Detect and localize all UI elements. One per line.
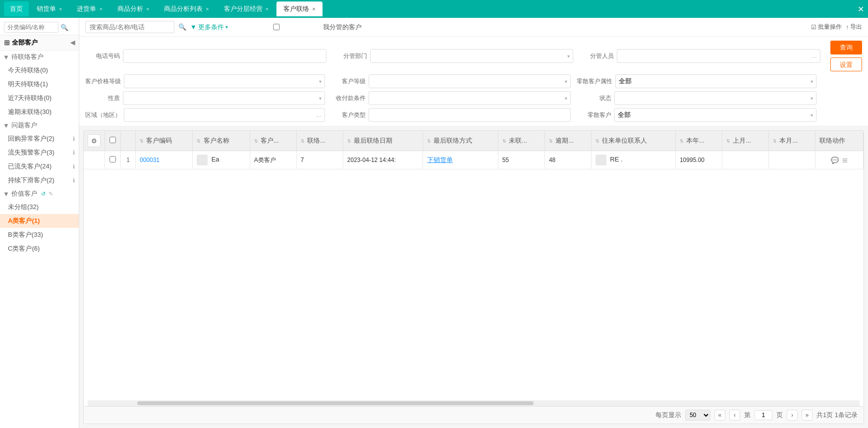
group-problem-customers[interactable]: ▼ 问题客户 [0, 119, 79, 132]
sidebar-item-unclassified[interactable]: 未分组(32) [0, 200, 79, 214]
region-select[interactable]: … [124, 108, 325, 122]
more-conditions-button[interactable]: ▼ 更多条件 ▾ [190, 23, 228, 32]
export-button[interactable]: ↑ 导出 [846, 23, 862, 31]
prev-page-button[interactable]: ‹ [729, 410, 740, 421]
set-button[interactable]: 设置 [830, 57, 862, 71]
edit-icon[interactable]: ✎ [49, 191, 53, 197]
col-last-date[interactable]: ⇅ 最后联络日期 [343, 131, 423, 151]
customer-level-select[interactable]: ▾ [369, 74, 571, 88]
col-contact-person[interactable]: ⇅ 往来单位联系人 [591, 131, 675, 151]
col-this-month[interactable]: ⇅ 本月... [769, 131, 815, 151]
sidebar-item-abnormal[interactable]: 回购异常客户(2) ℹ [0, 132, 79, 146]
col-contact-count[interactable]: ⇅ 联络... [296, 131, 343, 151]
sidebar-item-churned[interactable]: 已流失客户(24) ℹ [0, 160, 79, 173]
my-customers-checkbox[interactable] [232, 24, 321, 30]
row-last-date: 2023-04-12 14:44: [343, 151, 423, 169]
last-page-button[interactable]: » [802, 410, 813, 421]
row-last-month [722, 151, 769, 169]
search-input[interactable] [85, 21, 174, 33]
col-last-month[interactable]: ⇅ 上月... [722, 131, 769, 151]
row-code[interactable]: 000031 [136, 151, 193, 169]
dept-field: 分管部门 ▾ [332, 49, 574, 63]
group-problem-label: 问题客户 [11, 121, 37, 130]
tab-home[interactable]: 首页 [4, 1, 29, 16]
page-size-select[interactable]: 50 100 200 [685, 410, 710, 421]
filter-row-3: 性质 ▾ 收付款条件 ▾ 状态 ▾ [85, 91, 862, 105]
tab-customer-contact[interactable]: 客户联络 × [276, 1, 322, 16]
sidebar-item-declining[interactable]: 持续下滑客户(2) ℹ [0, 173, 79, 187]
sidebar-search-input[interactable] [4, 22, 58, 33]
sidebar-item-tomorrow-contact[interactable]: 明天待联络(1) [0, 77, 79, 91]
col-code[interactable]: ⇅ 客户编码 [136, 131, 193, 151]
search-icon[interactable]: 🔍 [178, 23, 186, 31]
col-no-contact[interactable]: ⇅ 未联... [498, 131, 544, 151]
col-no [121, 131, 136, 151]
sidebar-item-class-b[interactable]: B类客户(33) [0, 228, 79, 242]
sidebar-item-overdue-contact[interactable]: 逾期未联络(30) [0, 105, 79, 119]
horizontal-scrollbar[interactable] [88, 400, 860, 406]
sales-tab-close[interactable]: × [59, 6, 62, 12]
row-checkbox-cell [105, 151, 121, 169]
row-checkbox[interactable] [109, 156, 116, 162]
action-more-icon[interactable]: ⊞ [842, 157, 848, 164]
nature-label: 性质 [85, 94, 120, 103]
my-customers-check[interactable]: 我分管的客户 [232, 23, 362, 32]
group-value-customers[interactable]: ▼ 价值客户 ↺ ✎ [0, 187, 79, 200]
sidebar-item-class-a[interactable]: A类客户(1) [0, 214, 79, 228]
collapse-all-icon[interactable]: ◀ [70, 39, 75, 46]
customer-tier-tab-close[interactable]: × [266, 6, 269, 12]
tab-sales[interactable]: 销货单 × [30, 1, 69, 16]
col-type[interactable]: ⇅ 客户... [250, 131, 296, 151]
col-last-method[interactable]: ⇅ 最后联络方式 [423, 131, 498, 151]
table-settings-button[interactable]: ⚙ [88, 134, 101, 147]
tab-goods-list[interactable]: 商品分析列表 × [157, 1, 216, 16]
status-select[interactable]: ▾ [614, 91, 816, 105]
batch-operation-button[interactable]: ☑ 批量操作 [811, 23, 842, 31]
top-nav: 首页 销货单 × 进货单 × 商品分析 × 商品分析列表 × 客户分层经营 × … [0, 0, 868, 18]
retail-customer-select[interactable]: 全部 ▾ [614, 108, 816, 122]
nature-select[interactable]: ▾ [123, 91, 325, 105]
group-pending-contact[interactable]: ▼ 待联络客户 [0, 51, 79, 63]
payment-select[interactable]: ▾ [369, 91, 571, 105]
phone-input[interactable] [123, 49, 326, 63]
action-chat-icon[interactable]: 💬 [831, 157, 839, 164]
goods-analysis-tab-close[interactable]: × [146, 6, 149, 12]
purchase-tab-close[interactable]: × [99, 6, 102, 12]
region-field: 区域（地区） … [85, 108, 325, 122]
query-button[interactable]: 查询 [830, 41, 862, 54]
tab-customer-tier[interactable]: 客户分层经营 × [217, 1, 275, 16]
page-number-input[interactable] [755, 410, 772, 420]
staff-select[interactable]: … [617, 49, 820, 63]
sidebar-search-icon[interactable]: 🔍 [60, 24, 68, 31]
first-page-button[interactable]: « [714, 410, 725, 421]
retail-attr-value: 全部 [619, 77, 632, 86]
refresh-icon[interactable]: ↺ [41, 191, 46, 197]
customer-price-select[interactable]: ▾ [124, 74, 325, 88]
col-this-year[interactable]: ⇅ 本年... [675, 131, 722, 151]
sidebar-item-class-c[interactable]: C类客户(6) [0, 242, 79, 256]
customer-contact-tab-close[interactable]: × [312, 6, 315, 12]
sidebar-item-week-contact[interactable]: 近7天待联络(0) [0, 91, 79, 105]
tab-purchase[interactable]: 进货单 × [70, 1, 109, 16]
tab-goods-analysis[interactable]: 商品分析 × [110, 1, 156, 16]
customer-level-label: 客户等级 [331, 77, 366, 86]
staff-dots-icon: … [811, 53, 817, 59]
retail-attr-select[interactable]: 全部 ▾ [615, 74, 816, 88]
close-all-tabs[interactable]: ✕ [858, 4, 864, 14]
goods-list-tab-close[interactable]: × [206, 6, 209, 12]
scrollbar-thumb[interactable] [137, 401, 534, 405]
select-all-checkbox[interactable] [109, 137, 116, 143]
next-page-button[interactable]: › [787, 410, 798, 421]
customer-level-field: 客户等级 ▾ [331, 74, 571, 88]
dept-select[interactable]: ▾ [370, 49, 574, 63]
triangle-icon-problem: ▼ [3, 122, 9, 129]
col-overdue[interactable]: ⇅ 逾期... [544, 131, 591, 151]
sidebar-item-churn-warn[interactable]: 流失预警客户(3) ℹ [0, 146, 79, 160]
row-last-method[interactable]: 下销货单 [423, 151, 498, 169]
all-customers-label[interactable]: 全部客户 [12, 38, 68, 47]
info-icon-declining: ℹ [73, 177, 75, 184]
customer-type-select[interactable] [369, 108, 571, 122]
sidebar-item-today-contact[interactable]: 今天待联络(0) [0, 63, 79, 77]
col-name[interactable]: ⇅ 客户名称 [193, 131, 250, 151]
settings-col: ⚙ [84, 131, 105, 151]
